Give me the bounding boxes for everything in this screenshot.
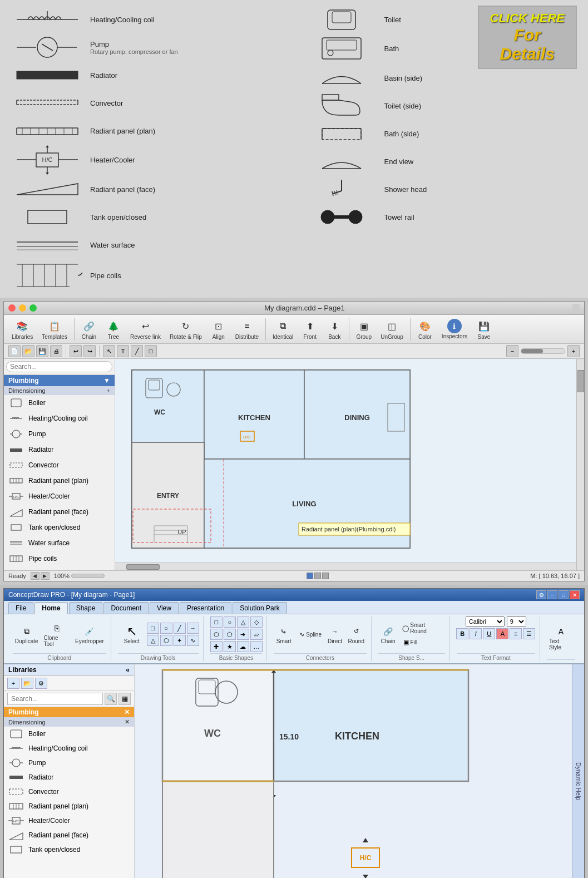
zoom-in[interactable]: + <box>567 345 580 357</box>
tb2-save2[interactable]: 💾 <box>36 345 48 357</box>
sidebar-item-pipe-coils[interactable]: Pipe coils <box>4 551 115 566</box>
triangle-tool[interactable]: △ <box>147 635 159 646</box>
win-item-heater-cooler[interactable]: H/C Heater/Cooler <box>4 813 134 828</box>
sidebar-item-radiant-plan[interactable]: Radiant panel (plan) <box>4 473 115 489</box>
tool-distribute[interactable]: ≡ Distribute <box>232 317 262 341</box>
rib-spline[interactable]: ∿ Spline <box>295 629 324 640</box>
tool-reverse-link[interactable]: ↩ Reverse link <box>127 317 164 341</box>
rib-chain2[interactable]: 🔗 Chain <box>378 624 398 645</box>
app2-canvas[interactable]: WC KITCHEN 15.10 H/C <box>135 664 572 878</box>
bold-btn[interactable]: B <box>456 628 468 639</box>
bs-para[interactable]: ▱ <box>250 629 263 640</box>
win-item-convector[interactable]: Convector <box>4 785 134 799</box>
tab-view[interactable]: View <box>150 602 179 614</box>
ws-open-lib[interactable]: 📂 <box>21 678 33 689</box>
sidebar-item-sink-unit[interactable]: Sink unit <box>4 566 115 570</box>
page-dot-1[interactable] <box>307 573 313 579</box>
tool-libraries[interactable]: 📚 Libraries <box>8 317 36 341</box>
rib-text-style[interactable]: A Text Style <box>547 624 575 652</box>
win-item-tank[interactable]: Tank open/closed <box>4 842 134 857</box>
page-dot-3[interactable] <box>322 573 329 579</box>
win-item-boiler[interactable]: Boiler <box>4 727 134 741</box>
sidebar-category-plumbing[interactable]: Plumbing ▼ <box>4 375 115 386</box>
sidebar-item-heating-coil[interactable]: Heating/Cooling coil <box>4 411 115 426</box>
win-cat-plumbing[interactable]: Plumbing ✕ <box>4 707 134 717</box>
status-zoom-slider[interactable] <box>71 574 105 578</box>
tb2-new[interactable]: 📄 <box>8 345 21 357</box>
tool-back[interactable]: ⬇ Back <box>323 317 345 341</box>
tb2-print[interactable]: 🖨 <box>50 345 62 357</box>
bs-pent[interactable]: ⬠ <box>224 629 236 640</box>
sidebar-search-input[interactable] <box>6 361 112 372</box>
app2-search-input[interactable] <box>7 693 103 705</box>
page-dot-2[interactable] <box>314 573 321 579</box>
sidebar-item-tank[interactable]: Tank open/closed <box>4 520 115 535</box>
tool-templates[interactable]: 📋 Templates <box>38 317 71 341</box>
rib-smart[interactable]: ⤷ Smart <box>274 624 294 645</box>
curve-tool[interactable]: ∿ <box>187 635 199 646</box>
page-next-btn[interactable]: ▶ <box>41 572 50 580</box>
font-color-btn[interactable]: A <box>496 628 508 639</box>
bs-more[interactable]: … <box>250 641 263 652</box>
mac-max-btn[interactable] <box>29 304 37 312</box>
tb2-redo[interactable]: ↪ <box>83 345 96 357</box>
win-max-btn[interactable]: □ <box>559 590 569 599</box>
scrollbar-v-thumb[interactable] <box>577 370 584 392</box>
poly-tool[interactable]: ⬡ <box>160 635 172 646</box>
tool-tree[interactable]: 🌲 Tree <box>102 317 125 341</box>
app2-filter-btn[interactable]: ▦ <box>118 693 131 705</box>
rib-duplicate[interactable]: ⧉ Duplicate <box>13 624 40 645</box>
italic-btn[interactable]: I <box>470 628 482 639</box>
tab-home[interactable]: Home <box>34 602 67 614</box>
rect-tool[interactable]: □ <box>147 623 159 634</box>
arrow-tool[interactable]: → <box>187 623 199 634</box>
sidebar-item-boiler[interactable]: Boiler <box>4 395 115 411</box>
bs-star[interactable]: ★ <box>224 641 236 652</box>
page-prev-btn[interactable]: ◀ <box>31 572 39 580</box>
font-family-select[interactable]: Calibri <box>466 616 505 627</box>
tb2-text[interactable]: T <box>117 345 129 357</box>
tb2-shape[interactable]: □ <box>145 345 157 357</box>
win-min-btn[interactable]: − <box>547 590 557 599</box>
bs-dia[interactable]: ◇ <box>250 616 263 628</box>
tb2-line[interactable]: ╱ <box>131 345 143 357</box>
rib-direct[interactable]: → Direct <box>325 624 345 645</box>
win-settings-btn[interactable]: ⚙ <box>536 590 546 599</box>
app1-scrollbar-h[interactable] <box>115 563 576 570</box>
rib-eyedropper[interactable]: 💉 Eyedropper <box>73 624 106 645</box>
zoom-slider[interactable] <box>521 348 565 354</box>
tool-align[interactable]: ⊡ Align <box>207 317 230 341</box>
bs-cloud[interactable]: ☁ <box>237 641 249 652</box>
tool-rotate-flip[interactable]: ↻ Rotate & Flip <box>166 317 205 341</box>
tb2-undo[interactable]: ↩ <box>70 345 82 357</box>
tb2-open[interactable]: 📂 <box>22 345 34 357</box>
tab-file[interactable]: File <box>8 602 33 614</box>
rib-clone-tool[interactable]: ⎘ Clone Tool <box>41 620 72 648</box>
font-size-select[interactable]: 9 <box>507 616 526 627</box>
win-item-radiant-plan[interactable]: Radiant panel (plan) <box>4 799 134 813</box>
app1-scrollbar-v[interactable] <box>576 359 584 570</box>
underline-btn[interactable]: U <box>483 628 495 639</box>
win-close-btn[interactable]: ✕ <box>570 590 580 599</box>
win-item-radiant-face[interactable]: Radiant panel (face) <box>4 828 134 842</box>
bs-arrow[interactable]: ➔ <box>237 629 249 640</box>
dynamic-help-panel[interactable]: Dynamic Help <box>572 664 584 878</box>
rib-select[interactable]: ↖ Select <box>118 624 146 645</box>
win-item-heating-coil[interactable]: Heating/Cooling coil <box>4 741 134 756</box>
align-center-btn[interactable]: ☰ <box>523 628 535 639</box>
ws-new-lib[interactable]: + <box>7 678 19 689</box>
scrollbar-h-thumb[interactable] <box>126 564 160 570</box>
tool-group[interactable]: ▣ Group <box>353 317 375 341</box>
sidebar-subcat-dimensioning[interactable]: Dimensioning + <box>4 386 115 395</box>
sidebar-item-radiant-face[interactable]: Radiant panel (face) <box>4 504 115 520</box>
tool-identical[interactable]: ⧉ Identical <box>269 317 297 341</box>
tab-solution-park[interactable]: Solution Park <box>233 602 286 614</box>
win-subcat-dimensioning[interactable]: Dimensioning ✕ <box>4 717 134 727</box>
tb2-cursor[interactable]: ↖ <box>103 345 115 357</box>
app2-search-btn[interactable]: 🔍 <box>105 693 117 705</box>
sidebar-item-heater-cooler[interactable]: H/C Heater/Cooler <box>4 489 115 504</box>
sidebar-item-pump[interactable]: Pump <box>4 426 115 442</box>
tool-color[interactable]: 🎨 Color <box>414 317 436 341</box>
sidebar-item-water-surface[interactable]: Water surface <box>4 535 115 551</box>
line-tool[interactable]: ╱ <box>174 623 186 634</box>
